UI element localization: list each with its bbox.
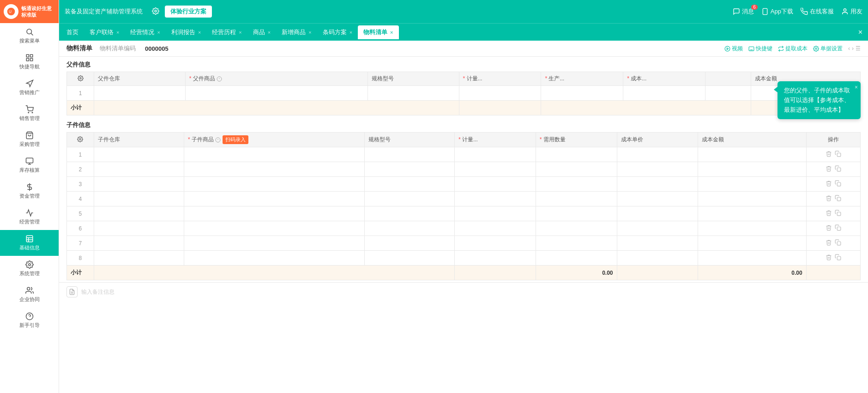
- sidebar-item-marketing[interactable]: 营销推广: [0, 75, 59, 101]
- tab-profit[interactable]: 利润报告 ×: [166, 25, 206, 39]
- copy-icon-4[interactable]: [835, 195, 841, 203]
- copy-icon-6[interactable]: [835, 224, 841, 232]
- sidebar-item-operation[interactable]: 经营管理: [0, 204, 59, 230]
- copy-icon-3[interactable]: [835, 180, 841, 188]
- child-row-6-spec[interactable]: [364, 221, 454, 236]
- child-row-4-product[interactable]: [184, 192, 364, 206]
- delete-icon-5[interactable]: [826, 210, 832, 218]
- delete-icon-8[interactable]: [826, 254, 832, 262]
- parent-row-1-spec[interactable]: [368, 86, 459, 101]
- tab-new-product[interactable]: 新增商品 ×: [276, 25, 317, 39]
- copy-icon-8[interactable]: [835, 254, 841, 262]
- child-row-1-product[interactable]: [184, 147, 364, 162]
- child-row-2-qty-unit[interactable]: [454, 162, 536, 177]
- child-row-8-cost-unit[interactable]: [617, 251, 698, 266]
- child-row-2-spec[interactable]: [364, 162, 454, 177]
- tab-customers-close[interactable]: ×: [116, 30, 119, 35]
- delete-icon-6[interactable]: [826, 224, 832, 232]
- tab-history-close[interactable]: ×: [239, 30, 241, 35]
- delete-icon-3[interactable]: [826, 180, 832, 188]
- trial-button[interactable]: 体验行业方案: [165, 6, 212, 18]
- parent-row-1-warehouse[interactable]: [94, 86, 186, 101]
- child-row-4-cost-unit[interactable]: [617, 192, 698, 206]
- sidebar-item-purchase[interactable]: 采购管理: [0, 127, 59, 152]
- child-row-8-qty-unit[interactable]: [454, 251, 536, 266]
- sidebar-item-finance[interactable]: 资金管理: [0, 178, 59, 204]
- parent-row-1-product[interactable]: [185, 86, 368, 101]
- sidebar-item-system[interactable]: 系统管理: [0, 256, 59, 282]
- child-row-7-spec[interactable]: [364, 236, 454, 251]
- child-row-5-spec[interactable]: [364, 206, 454, 221]
- child-row-2-needed-qty[interactable]: [536, 162, 617, 177]
- child-row-5-qty-unit[interactable]: [454, 206, 536, 221]
- copy-icon-5[interactable]: [835, 210, 841, 218]
- child-row-1-needed-qty[interactable]: [536, 147, 617, 162]
- tab-operations[interactable]: 经营情况 ×: [125, 25, 165, 39]
- child-row-6-needed-qty[interactable]: [536, 221, 617, 236]
- child-row-4-warehouse[interactable]: [94, 192, 184, 206]
- copy-icon-1[interactable]: [835, 151, 841, 158]
- child-row-3-cost-unit[interactable]: [617, 177, 698, 192]
- child-row-8-needed-qty[interactable]: [536, 251, 617, 266]
- online-service-button[interactable]: 在线客服: [801, 7, 834, 16]
- app-download-button[interactable]: App下载: [761, 7, 793, 16]
- child-row-7-needed-qty[interactable]: [536, 236, 617, 251]
- parent-row-1-cost-unit[interactable]: [623, 86, 705, 101]
- child-row-3-needed-qty[interactable]: [536, 177, 617, 192]
- tab-history[interactable]: 经营历程 ×: [206, 25, 247, 39]
- child-row-1-cost-unit[interactable]: [617, 147, 698, 162]
- tab-products[interactable]: 商品 ×: [247, 25, 276, 39]
- child-row-8-product[interactable]: [184, 251, 364, 266]
- menu-btn[interactable]: ☰: [856, 45, 861, 52]
- next-btn[interactable]: ›: [852, 45, 854, 52]
- child-row-3-qty-unit[interactable]: [454, 177, 536, 192]
- sidebar-item-guide[interactable]: 新手引导: [0, 308, 59, 333]
- message-button[interactable]: 消息 6: [733, 7, 754, 16]
- child-row-1-warehouse[interactable]: [94, 147, 184, 162]
- sidebar-item-search[interactable]: 搜索菜单: [0, 23, 59, 49]
- child-row-3-product[interactable]: [184, 177, 364, 192]
- tab-barcode-close[interactable]: ×: [350, 30, 352, 35]
- sidebar-item-collab[interactable]: 企业协同: [0, 282, 59, 308]
- tab-barcode[interactable]: 条码方案 ×: [317, 25, 358, 39]
- delete-icon-4[interactable]: [826, 195, 832, 203]
- delete-icon-7[interactable]: [826, 239, 832, 247]
- child-row-2-cost-unit[interactable]: [617, 162, 698, 177]
- child-row-4-spec[interactable]: [364, 192, 454, 206]
- copy-icon-7[interactable]: [835, 239, 841, 247]
- child-row-2-warehouse[interactable]: [94, 162, 184, 177]
- tab-customers[interactable]: 客户联络 ×: [84, 25, 125, 39]
- user-menu[interactable]: 用友: [841, 7, 862, 16]
- child-row-6-product[interactable]: [184, 221, 364, 236]
- action-doc-settings[interactable]: 单据设置: [813, 45, 843, 53]
- child-row-4-needed-qty[interactable]: [536, 192, 617, 206]
- tab-bom[interactable]: 物料清单 ×: [358, 25, 398, 39]
- sidebar-item-basic[interactable]: 基础信息: [0, 230, 59, 256]
- child-row-3-spec[interactable]: [364, 177, 454, 192]
- child-row-7-warehouse[interactable]: [94, 236, 184, 251]
- child-row-8-spec[interactable]: [364, 251, 454, 266]
- tab-products-close[interactable]: ×: [268, 30, 271, 35]
- delete-icon-2[interactable]: [826, 165, 832, 173]
- child-row-6-warehouse[interactable]: [94, 221, 184, 236]
- parent-row-1-production[interactable]: [541, 86, 623, 101]
- sidebar-item-inventory[interactable]: 库存核算: [0, 152, 59, 178]
- sidebar-item-quick-nav[interactable]: 快捷导航: [0, 49, 59, 75]
- parent-row-1-qty-unit[interactable]: [459, 86, 541, 101]
- tab-operations-close[interactable]: ×: [157, 30, 160, 35]
- tabs-close-all[interactable]: ×: [855, 26, 866, 38]
- child-row-7-cost-unit[interactable]: [617, 236, 698, 251]
- child-row-1-spec[interactable]: [364, 147, 454, 162]
- tooltip-close-button[interactable]: ×: [855, 83, 858, 92]
- child-row-1-qty-unit[interactable]: [454, 147, 536, 162]
- action-shortcuts[interactable]: 快捷键: [748, 45, 772, 53]
- copy-icon-2[interactable]: [835, 165, 841, 173]
- child-row-5-product[interactable]: [184, 206, 364, 221]
- child-row-7-product[interactable]: [184, 236, 364, 251]
- child-row-5-warehouse[interactable]: [94, 206, 184, 221]
- child-row-7-qty-unit[interactable]: [454, 236, 536, 251]
- child-row-5-needed-qty[interactable]: [536, 206, 617, 221]
- delete-icon-1[interactable]: [826, 151, 832, 158]
- child-row-8-warehouse[interactable]: [94, 251, 184, 266]
- tab-bom-close[interactable]: ×: [390, 30, 393, 35]
